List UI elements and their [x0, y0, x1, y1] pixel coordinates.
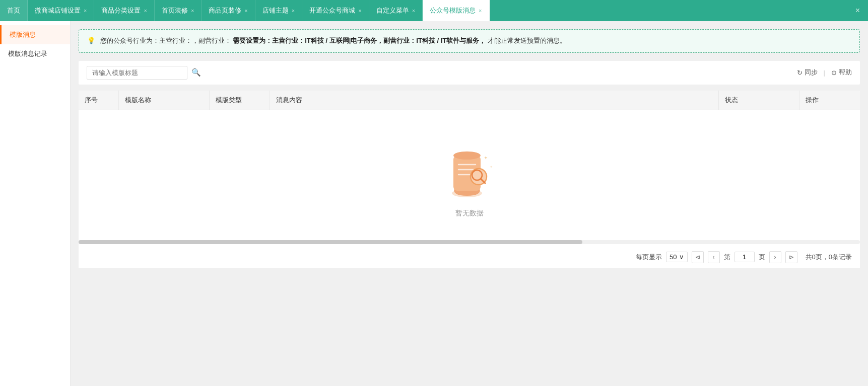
sidebar-item-template-msg-log-label: 模版消息记录 — [8, 50, 47, 57]
page-prev-button[interactable]: ‹ — [708, 251, 720, 263]
sidebar-item-template-msg[interactable]: 模版消息 — [0, 25, 70, 44]
tab-homepage-close[interactable]: × — [191, 8, 194, 14]
page-size-value: 50 — [670, 253, 677, 261]
tab-theme[interactable]: 店铺主题 × — [255, 0, 302, 21]
col-status: 状态 — [719, 91, 799, 110]
page-size-select[interactable]: 50 ∨ — [666, 252, 687, 262]
help-button[interactable]: ⊙ 帮助 — [831, 68, 852, 77]
notice-highlight: 需要设置为：主营行业：IT科技 / 互联网|电子商务，副营行业：IT科技 / I… — [233, 37, 486, 44]
sidebar: 模版消息 模版消息记录 — [0, 21, 71, 386]
page-size-label: 每页显示 — [636, 253, 662, 262]
tab-category-close[interactable]: × — [144, 8, 147, 14]
help-icon: ⊙ — [831, 69, 837, 76]
notice-box: 💡 您的公众号行业为：主营行业：，副营行业： 需要设置为：主营行业：IT科技 /… — [79, 29, 860, 53]
col-index: 序号 — [79, 91, 119, 110]
content-area: 💡 您的公众号行业为：主营行业：，副营行业： 需要设置为：主营行业：IT科技 /… — [71, 21, 868, 386]
page-last-button[interactable]: ⊳ — [785, 251, 797, 263]
tab-home-label: 首页 — [7, 6, 20, 15]
tab-homepage[interactable]: 首页装修 × — [155, 0, 202, 21]
empty-text: 暂无数据 — [455, 209, 484, 218]
page-input[interactable] — [735, 252, 755, 262]
page-first-button[interactable]: ⊲ — [692, 251, 704, 263]
empty-illustration: ✦ ✦ — [439, 140, 500, 201]
scrollbar-thumb[interactable] — [79, 240, 582, 244]
search-bar: 🔍 ↻ 同步 | ⊙ 帮助 — [79, 61, 860, 85]
notice-icon: 💡 — [87, 37, 95, 44]
tab-templatemsg[interactable]: 公众号模版消息 × — [423, 0, 489, 21]
notice-prefix: 您的公众号行业为：主营行业：，副营行业： — [100, 37, 231, 44]
tab-wshop-label: 微商城店铺设置 — [35, 6, 81, 15]
table-header: 序号 模版名称 模版类型 消息内容 状态 操作 — [79, 91, 860, 110]
sidebar-item-template-msg-label: 模版消息 — [10, 31, 36, 38]
svg-text:✦: ✦ — [484, 155, 488, 161]
sync-button[interactable]: ↻ 同步 — [797, 68, 818, 77]
tab-mall-label: 开通公众号商城 — [309, 6, 355, 15]
main-layout: 模版消息 模版消息记录 💡 您的公众号行业为：主营行业：，副营行业： 需要设置为… — [0, 21, 868, 386]
sync-label: 同步 — [805, 68, 818, 77]
page-next-button[interactable]: › — [769, 251, 781, 263]
col-type: 模版类型 — [210, 91, 270, 110]
tab-mall-close[interactable]: × — [358, 8, 361, 14]
help-label: 帮助 — [839, 68, 852, 77]
page-size-chevron: ∨ — [679, 253, 684, 261]
tab-theme-label: 店铺主题 — [262, 6, 289, 15]
tab-mall[interactable]: 开通公众号商城 × — [302, 0, 369, 21]
tab-custommenu-label: 自定义菜单 — [376, 6, 409, 15]
scrollbar-track[interactable] — [79, 240, 860, 244]
tab-templatemsg-label: 公众号模版消息 — [430, 6, 476, 15]
top-nav: 首页 微商城店铺设置 × 商品分类设置 × 首页装修 × 商品页装修 × 店铺主… — [0, 0, 868, 21]
tab-category-label: 商品分类设置 — [101, 6, 141, 15]
col-name: 模版名称 — [119, 91, 210, 110]
tab-wshop-close[interactable]: × — [84, 8, 87, 14]
divider: | — [824, 69, 825, 76]
page-label: 第 — [724, 253, 730, 262]
tab-custommenu[interactable]: 自定义菜单 × — [369, 0, 423, 21]
search-icon: 🔍 — [191, 68, 201, 76]
page-unit: 页 — [759, 253, 765, 262]
empty-svg: ✦ ✦ — [439, 140, 500, 201]
search-right: ↻ 同步 | ⊙ 帮助 — [797, 68, 852, 77]
tab-home[interactable]: 首页 — [0, 0, 28, 21]
search-left: 🔍 — [87, 66, 201, 80]
col-content: 消息内容 — [270, 91, 719, 110]
tab-custommenu-close[interactable]: × — [412, 8, 415, 14]
col-action: 操作 — [799, 91, 860, 110]
search-button[interactable]: 🔍 — [191, 68, 201, 77]
tab-category[interactable]: 商品分类设置 × — [94, 0, 154, 21]
tab-templatemsg-close[interactable]: × — [479, 8, 482, 14]
notice-suffix: 才能正常发送预置的消息。 — [488, 37, 566, 44]
tab-productpage[interactable]: 商品页装修 × — [202, 0, 255, 21]
table: 序号 模版名称 模版类型 消息内容 状态 操作 — [79, 91, 860, 268]
sync-icon: ↻ — [797, 69, 803, 76]
search-input[interactable] — [87, 66, 187, 80]
pagination: 每页显示 50 ∨ ⊲ ‹ 第 页 › ⊳ 共0页，0条记录 — [79, 246, 860, 268]
sidebar-item-template-msg-log[interactable]: 模版消息记录 — [0, 44, 70, 63]
tab-productpage-label: 商品页装修 — [209, 6, 241, 15]
tab-productpage-close[interactable]: × — [244, 8, 247, 14]
close-all-button[interactable]: × — [847, 6, 868, 15]
tab-wshop[interactable]: 微商城店铺设置 × — [28, 0, 94, 21]
total-info: 共0页，0条记录 — [806, 253, 852, 262]
svg-text:✦: ✦ — [490, 165, 493, 169]
empty-state: ✦ ✦ 暂无数据 — [79, 110, 860, 238]
tab-homepage-label: 首页装修 — [162, 6, 188, 15]
svg-point-2 — [453, 151, 481, 160]
tab-theme-close[interactable]: × — [292, 8, 295, 14]
